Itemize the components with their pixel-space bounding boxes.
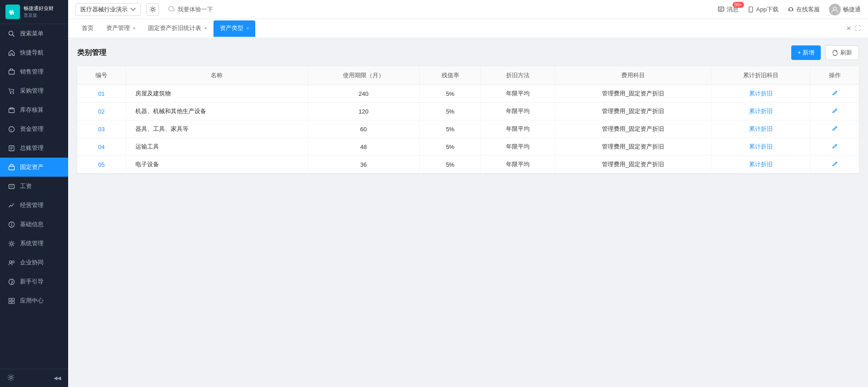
cell-action[interactable] (810, 138, 859, 156)
sidebar-item-enterprise[interactable]: 企业协同 (0, 253, 68, 272)
salary-icon (7, 182, 15, 190)
cell-action[interactable] (810, 120, 859, 138)
cell-residual: 5% (419, 103, 481, 120)
cell-period: 120 (308, 103, 419, 120)
operations-icon (7, 201, 15, 209)
phone-icon (748, 6, 754, 13)
tab-asset-mgmt-close[interactable]: × (133, 25, 135, 31)
svg-point-23 (12, 261, 14, 263)
main-area: 医疗器械行业演示 我要体验一下 消息 99+ App下载 在线客服 (68, 0, 868, 387)
sidebar-item-salary[interactable]: 工资 (0, 177, 68, 196)
tab-asset-mgmt[interactable]: 资产管理 × (100, 20, 142, 37)
sidebar-item-guide[interactable]: 新手引导 (0, 272, 68, 291)
app-download-button[interactable]: App下载 (748, 5, 779, 14)
tab-home[interactable]: 首页 (75, 20, 100, 37)
edit-button[interactable] (832, 144, 838, 151)
page-title: 类别管理 (77, 48, 106, 58)
company-selector[interactable]: 医疗器械行业演示 (75, 3, 141, 16)
svg-rect-28 (9, 301, 11, 303)
sidebar-item-search[interactable]: 搜索菜单 (0, 24, 68, 43)
sidebar-label-inventory: 库存核算 (20, 106, 44, 114)
sidebar-item-app-center[interactable]: 应用中心 (0, 291, 68, 310)
svg-point-21 (10, 243, 13, 245)
sidebar-label-ledger: 总账管理 (20, 144, 44, 152)
sidebar-label-fixed-assets: 固定资产 (20, 163, 44, 171)
svg-point-5 (10, 93, 11, 94)
avatar (829, 4, 841, 15)
edit-button[interactable] (832, 126, 838, 133)
sidebar-item-fixed-assets[interactable]: 固定资产 (0, 158, 68, 177)
user-profile-button[interactable]: 畅捷通 (829, 4, 861, 15)
logo-icon: 畅 (5, 5, 20, 19)
tab-depreciation[interactable]: 固定资产折旧统计表 × (142, 20, 213, 37)
col-header-residual: 残值率 (419, 66, 481, 85)
messages-button[interactable]: 消息 99+ (718, 5, 739, 14)
sidebar-item-ledger[interactable]: 总账管理 (0, 139, 68, 158)
cell-name: 房屋及建筑物 (126, 85, 308, 103)
cell-residual: 5% (419, 138, 481, 156)
sidebar-label-app-center: 应用中心 (20, 297, 44, 305)
refresh-button[interactable]: 刷新 (825, 45, 859, 60)
cell-code: 01 (77, 85, 126, 103)
refresh-icon (832, 50, 838, 56)
footer-settings-icon[interactable] (7, 374, 15, 382)
cell-period: 48 (308, 138, 419, 156)
sidebar-item-operations[interactable]: 经营管理 (0, 196, 68, 215)
new-button[interactable]: + 新增 (791, 45, 821, 60)
edit-button[interactable] (832, 90, 838, 98)
topbar: 医疗器械行业演示 我要体验一下 消息 99+ App下载 在线客服 (68, 0, 868, 19)
enterprise-icon (7, 258, 15, 267)
topbar-settings-button[interactable] (146, 3, 159, 16)
cell-code: 04 (77, 138, 126, 156)
sidebar-item-base-info[interactable]: 基础信息 (0, 215, 68, 234)
cell-method: 年限平均 (481, 85, 555, 103)
cell-residual: 5% (419, 156, 481, 174)
experience-button[interactable]: 我要体验一下 (168, 5, 213, 14)
dropdown-arrow-icon (130, 7, 136, 12)
experience-label: 我要体验一下 (178, 5, 213, 14)
cell-action[interactable] (810, 156, 859, 174)
sidebar-label-purchase: 采购管理 (20, 87, 44, 95)
sidebar-item-inventory[interactable]: 库存核算 (0, 100, 68, 119)
page-content: 类别管理 + 新增 刷新 编号 名称 使用期限（月） 残值率 (68, 38, 868, 387)
sidebar-item-quick-nav[interactable]: 快捷导航 (0, 43, 68, 62)
sidebar-label-enterprise: 企业协同 (20, 258, 44, 267)
svg-rect-15 (9, 166, 14, 170)
sidebar-label-sales: 销售管理 (20, 68, 44, 76)
tab-close-all-icon[interactable]: ✕ (846, 25, 851, 32)
guide-icon (7, 278, 15, 286)
cell-action[interactable] (810, 85, 859, 103)
ledger-icon (7, 144, 15, 152)
sidebar-item-system[interactable]: 系统管理 (0, 234, 68, 253)
sidebar-item-sales[interactable]: 销售管理 (0, 62, 68, 81)
sidebar-collapse-icon[interactable]: ◀◀ (54, 375, 61, 381)
table-row: 04 运输工具 48 5% 年限平均 管理费用_固定资产折旧 累计折旧 (77, 138, 859, 156)
logo-sub-label: 普及版 (24, 12, 54, 19)
svg-point-25 (11, 283, 11, 284)
cell-accum-subject: 累计折旧 (711, 120, 810, 138)
col-header-accum-subject: 累计折旧科目 (711, 66, 810, 85)
tab-asset-type[interactable]: 资产类型 × (213, 20, 255, 37)
cell-period: 60 (308, 120, 419, 138)
base-info-icon (7, 220, 15, 228)
company-name: 医疗器械行业演示 (80, 5, 128, 14)
sales-icon (7, 68, 15, 76)
edit-button[interactable] (832, 161, 838, 169)
sidebar-item-capital[interactable]: ¥ 资金管理 (0, 119, 68, 139)
sidebar-item-purchase[interactable]: 采购管理 (0, 81, 68, 100)
table-header-row: 编号 名称 使用期限（月） 残值率 折旧方法 费用科目 累计折旧科目 操作 (77, 66, 859, 85)
edit-button[interactable] (832, 108, 838, 115)
messages-badge: 99+ (733, 2, 744, 8)
purchase-icon (7, 87, 15, 95)
tab-depreciation-close[interactable]: × (204, 25, 207, 31)
customer-service-button[interactable]: 在线客服 (788, 5, 820, 14)
cell-action[interactable] (810, 103, 859, 120)
cell-method: 年限平均 (481, 138, 555, 156)
tab-asset-type-close[interactable]: × (246, 25, 249, 31)
cell-code: 03 (77, 120, 126, 138)
table-row: 02 机器、机械和其他生产设备 120 5% 年限平均 管理费用_固定资产折旧 … (77, 103, 859, 120)
tab-expand-icon[interactable]: ⛶ (855, 25, 861, 32)
capital-icon: ¥ (7, 125, 15, 133)
col-header-expense-subject: 费用科目 (555, 66, 711, 85)
cell-accum-subject: 累计折旧 (711, 85, 810, 103)
